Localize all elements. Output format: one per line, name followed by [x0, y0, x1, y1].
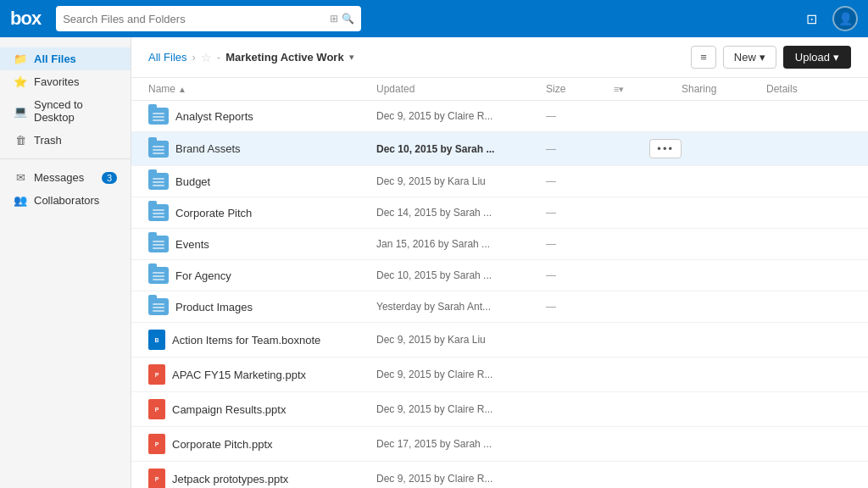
- file-updated: Dec 9, 2015 by Claire R...: [376, 110, 546, 122]
- breadcrumb-star[interactable]: ☆: [201, 51, 212, 64]
- col-size-header: Size: [546, 83, 614, 95]
- breadcrumb-dash: -: [217, 51, 220, 64]
- folder-icon: [148, 141, 169, 158]
- file-row[interactable]: Budget Dec 9, 2015 by Kara Liu —: [131, 166, 868, 197]
- col-updated-header: Updated: [376, 83, 546, 95]
- file-row[interactable]: For Agency Dec 10, 2015 by Sarah ... —: [131, 260, 868, 291]
- sidebar-label-collaborators: Collaborators: [34, 194, 99, 207]
- file-row[interactable]: Product Images Yesterday by Sarah Ant...…: [131, 291, 868, 323]
- filter-button[interactable]: ≡: [691, 46, 716, 69]
- file-row[interactable]: Brand Assets Dec 10, 2015 by Sarah ... —…: [131, 132, 868, 166]
- folder-icon: [148, 236, 169, 252]
- file-updated: Jan 15, 2016 by Sarah ...: [376, 238, 546, 250]
- breadcrumb-root[interactable]: All Files: [148, 51, 187, 64]
- file-name: Budget: [175, 175, 210, 188]
- file-row[interactable]: B Action Items for Team.boxnote Dec 9, 2…: [131, 323, 868, 358]
- search-bar: ⊞ 🔍: [56, 6, 361, 31]
- file-list-container: Name ▲ Updated Size ≡▾ Sharing Details: [131, 78, 868, 488]
- file-name: Corporate Pitch: [175, 207, 252, 219]
- file-name-cell: P Corporate Pitch.pptx: [148, 434, 376, 454]
- file-size: —: [546, 143, 614, 155]
- file-row[interactable]: Analyst Reports Dec 9, 2015 by Claire R.…: [131, 101, 868, 132]
- folder-icon: [148, 298, 169, 315]
- col-sharing-header: Sharing: [682, 83, 766, 95]
- breadcrumb: All Files › ☆ - Marketing Active Work ▾: [148, 51, 691, 64]
- file-updated: Dec 17, 2015 by Sarah ...: [376, 438, 546, 450]
- header-right: ⊡ 👤: [798, 6, 858, 31]
- file-actions: •••: [656, 139, 682, 158]
- file-name: Jetpack prototypes.pptx: [172, 473, 288, 485]
- avatar[interactable]: 👤: [832, 6, 858, 31]
- new-button[interactable]: New ▾: [723, 46, 776, 69]
- sidebar-icon-synced: 💻: [14, 105, 27, 118]
- file-row[interactable]: P Corporate Pitch.pptx Dec 17, 2015 by S…: [131, 427, 868, 462]
- file-name-cell: For Agency: [148, 267, 376, 284]
- more-actions-button[interactable]: •••: [649, 139, 682, 158]
- breadcrumb-dropdown[interactable]: ▾: [349, 52, 354, 63]
- folder-icon: [148, 204, 169, 221]
- col-name-header[interactable]: Name ▲: [148, 83, 376, 95]
- grid-search-icon: ⊞: [330, 13, 338, 25]
- body: 📁 All Files ⭐ Favorites 💻 Synced to Desk…: [0, 37, 868, 488]
- sidebar-item-messages[interactable]: ✉ Messages 3: [0, 166, 131, 189]
- layout-toggle-button[interactable]: ⊡: [798, 6, 824, 31]
- file-row[interactable]: P Jetpack prototypes.pptx Dec 9, 2015 by…: [131, 462, 868, 488]
- file-name-cell: Analyst Reports: [148, 108, 376, 125]
- file-name-cell: P Jetpack prototypes.pptx: [148, 469, 376, 488]
- sidebar-item-trash[interactable]: 🗑 Trash: [0, 129, 131, 152]
- sidebar-item-collaborators[interactable]: 👥 Collaborators: [0, 189, 131, 212]
- breadcrumb-current: Marketing Active Work: [225, 51, 343, 64]
- file-name: For Agency: [175, 269, 231, 282]
- col-sort-icon: ≡▾: [614, 84, 624, 94]
- pptx-icon: P: [148, 399, 165, 419]
- upload-button[interactable]: Upload ▾: [783, 46, 851, 69]
- col-name-label: Name: [148, 83, 175, 95]
- sidebar-icon-all-files: 📁: [14, 53, 27, 65]
- file-size: —: [546, 238, 614, 250]
- box-logo: box: [10, 8, 41, 30]
- sidebar-label-favorites: Favorites: [34, 75, 79, 88]
- file-name: Events: [175, 238, 209, 251]
- sidebar-item-all-files[interactable]: 📁 All Files: [0, 47, 131, 70]
- breadcrumb-separator: ›: [192, 51, 196, 64]
- sidebar-divider: [0, 158, 131, 159]
- sidebar-icon-collaborators: 👥: [14, 194, 27, 207]
- new-label: New: [734, 51, 756, 64]
- file-name-cell: Brand Assets: [148, 141, 376, 158]
- file-name: Analyst Reports: [175, 110, 253, 123]
- sidebar-item-synced[interactable]: 💻 Synced to Desktop: [0, 93, 131, 129]
- upload-dropdown-icon: ▾: [833, 51, 839, 64]
- folder-icon: [148, 108, 169, 125]
- file-size: —: [546, 207, 614, 219]
- sidebar-label-all-files: All Files: [34, 53, 76, 65]
- search-icon[interactable]: 🔍: [342, 13, 354, 25]
- sidebar-label-synced: Synced to Desktop: [34, 98, 117, 124]
- file-updated: Dec 9, 2015 by Claire R...: [376, 473, 546, 485]
- sidebar-badge-messages: 3: [102, 172, 117, 184]
- file-name-cell: P APAC FY15 Marketing.pptx: [148, 364, 376, 385]
- sidebar-label-messages: Messages: [34, 171, 84, 184]
- file-size: —: [546, 301, 614, 313]
- file-row[interactable]: P APAC FY15 Marketing.pptx Dec 9, 2015 b…: [131, 358, 868, 392]
- filter-icon: ≡: [700, 51, 707, 64]
- file-name: Product Images: [175, 301, 253, 313]
- sidebar-icon-trash: 🗑: [14, 134, 27, 147]
- upload-label: Upload: [795, 51, 830, 64]
- col-details-header: Details: [766, 83, 851, 95]
- file-list-body: Analyst Reports Dec 9, 2015 by Claire R.…: [131, 101, 868, 488]
- sidebar-item-favorites[interactable]: ⭐ Favorites: [0, 70, 131, 93]
- file-updated: Dec 10, 2015 by Sarah ...: [376, 269, 546, 281]
- file-row[interactable]: Corporate Pitch Dec 14, 2015 by Sarah ..…: [131, 197, 868, 229]
- file-row[interactable]: Events Jan 15, 2016 by Sarah ... —: [131, 229, 868, 260]
- file-updated: Dec 10, 2015 by Sarah ...: [376, 143, 546, 155]
- file-row[interactable]: P Campaign Results.pptx Dec 9, 2015 by C…: [131, 392, 868, 427]
- file-name: Action Items for Team.boxnote: [172, 334, 320, 347]
- file-updated: Dec 14, 2015 by Sarah ...: [376, 207, 546, 219]
- file-updated: Dec 9, 2015 by Kara Liu: [376, 334, 546, 346]
- search-input[interactable]: [63, 13, 330, 25]
- folder-icon: [148, 173, 169, 190]
- col-name-sort-icon: ▲: [178, 85, 186, 94]
- search-icons: ⊞ 🔍: [330, 13, 354, 25]
- file-size: —: [546, 110, 614, 122]
- sidebar-icon-favorites: ⭐: [14, 75, 27, 88]
